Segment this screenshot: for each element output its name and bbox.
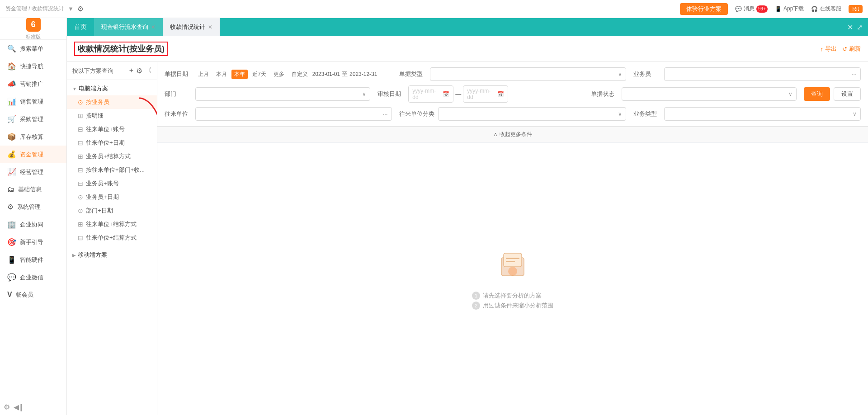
tab-maximize-icon[interactable]: ⤢: [857, 23, 863, 32]
filter-bill-date: 单据日期 上月 本月 本年 近7天 更多 自定义 20: [165, 70, 392, 79]
filter-audit-date-from[interactable]: yyyy-mm-dd 📅: [408, 85, 453, 103]
scheme-header-icons: + ⚙ 《: [129, 66, 151, 75]
sidebar-item-enterprise[interactable]: 🏢 企业协同: [0, 216, 66, 233]
scheme-gear-icon[interactable]: ⚙: [136, 66, 142, 75]
filter-partner-select[interactable]: ···: [195, 107, 392, 121]
sidebar-item-smart-hardware[interactable]: 📱 智能硬件: [0, 251, 66, 269]
sidebar-item-system[interactable]: ⚙ 系统管理: [0, 198, 66, 216]
scheme-item-unit-dept-recv[interactable]: ⊟ 按往来单位+部门+收...: [67, 163, 157, 177]
setting-button[interactable]: 设置: [834, 87, 861, 101]
filter-bill-status-select[interactable]: ∨: [622, 87, 797, 101]
date-btn-more[interactable]: 更多: [271, 70, 287, 79]
tab-home-label: 首页: [74, 23, 87, 31]
scheme-item-staff-settle[interactable]: ⊞ 业务员+结算方式: [67, 150, 157, 163]
scheme-item-label-10: 往来单位+结算方式: [86, 234, 137, 242]
scheme-item-label-1: 按明细: [86, 112, 104, 120]
logo-label: 标准版: [26, 33, 41, 40]
scheme-item-icon-6: ⊟: [78, 180, 83, 187]
filter-biz-type: 业务类型 ∨: [633, 107, 861, 121]
refresh-button[interactable]: ↺ 刷新: [842, 45, 861, 53]
filter-audit-date-to[interactable]: yyyy-mm-dd 📅: [463, 85, 508, 103]
date-btn-last-month[interactable]: 上月: [195, 70, 212, 79]
scheme-item-unit-settle1[interactable]: ⊞ 往来单位+结算方式: [67, 217, 157, 231]
collapse-sidebar-icon[interactable]: ◀‖: [14, 403, 23, 411]
date-btn-this-month[interactable]: 本月: [213, 70, 230, 79]
vip-icon: V: [7, 291, 12, 299]
trial-button[interactable]: 体验行业方案: [680, 3, 728, 15]
scheme-item-dept-date[interactable]: ⊙ 部门+日期: [67, 204, 157, 217]
scheme-item-label-6: 业务员+账号: [86, 179, 119, 188]
empty-state-icon: [495, 246, 531, 283]
sidebar-label-enterprise: 企业协同: [20, 221, 43, 229]
scheme-item-staff-date[interactable]: ⊙ 业务员+日期: [67, 190, 157, 204]
empty-tip-1: 请先选择要分析的方案: [483, 292, 542, 300]
scheme-group-desktop-header[interactable]: ▼ 电脑端方案: [67, 82, 157, 95]
date-btn-7days[interactable]: 近7天: [250, 70, 269, 79]
filter-dept-select[interactable]: ∨: [195, 87, 370, 101]
scheme-item-icon-1: ⊞: [78, 112, 83, 119]
service-icon: 🎧: [811, 6, 818, 12]
date-range-to: 2023-12-31: [349, 71, 377, 77]
sidebar-item-inventory[interactable]: 📦 库存核算: [0, 128, 66, 146]
sidebar-item-basic-info[interactable]: 🗂 基础信息: [0, 181, 66, 198]
scheme-item-by-staff[interactable]: ⊙ 按业务员: [67, 95, 157, 109]
sidebar-item-search-menu[interactable]: 🔍 搜索菜单: [0, 40, 66, 57]
sidebar-item-finance[interactable]: 💰 资金管理: [0, 146, 66, 163]
home-icon: 🏠: [7, 62, 16, 71]
sidebar-item-marketing[interactable]: 📣 营销推广: [0, 75, 66, 93]
filter-staff-label: 业务员: [633, 70, 660, 78]
scheme-item-label-2: 往来单位+账号: [86, 125, 125, 133]
filter-biz-type-select[interactable]: ∨: [664, 107, 861, 121]
user-avatar[interactable]: Rit: [849, 5, 863, 13]
gear-settings-icon[interactable]: ⚙: [77, 5, 84, 13]
filter-partner-category-select[interactable]: ∨: [438, 107, 627, 121]
settings-bottom-icon[interactable]: ⚙: [4, 403, 10, 411]
tab-bank-flow[interactable]: 现金银行流水查询 ✕: [94, 18, 163, 36]
scheme-add-icon[interactable]: +: [129, 66, 133, 75]
date-btn-this-year[interactable]: 本年: [231, 70, 248, 79]
tip-num-1: 1: [472, 292, 480, 300]
scheme-group-mobile-header[interactable]: ▶ 移动端方案: [67, 248, 157, 262]
sidebar-item-sales[interactable]: 📊 销售管理: [0, 93, 66, 110]
sidebar-label-hardware: 智能硬件: [20, 256, 43, 264]
collapse-more-btn[interactable]: ∧ 收起更多条件: [157, 127, 868, 142]
audit-from-placeholder: yyyy-mm-dd: [412, 88, 441, 100]
scheme-group-arrow: ▼: [72, 86, 77, 91]
tab-receipt-stat-close[interactable]: ✕: [208, 24, 212, 30]
operation-icon: 📈: [7, 168, 16, 176]
sidebar-item-operation[interactable]: 📈 经营管理: [0, 163, 66, 181]
scheme-item-unit-settle2[interactable]: ⊟ 往来单位+结算方式: [67, 231, 157, 245]
tab-close-all-icon[interactable]: ✕: [847, 23, 853, 32]
app-download-action[interactable]: 📱 App下载: [775, 5, 804, 13]
query-button[interactable]: 查询: [804, 87, 830, 101]
filter-staff-select[interactable]: ···: [664, 67, 861, 81]
page-title-bar: 收款情况统计(按业务员) ↑ 导出 ↺ 刷新: [67, 36, 868, 62]
scheme-collapse-icon[interactable]: 《: [145, 66, 151, 75]
message-action[interactable]: 💬 消息 99+: [735, 5, 768, 13]
date-btn-custom[interactable]: 自定义: [289, 70, 311, 79]
calendar-icon-from: 📅: [443, 91, 449, 97]
marketing-icon: 📣: [7, 80, 16, 88]
tab-bank-flow-close[interactable]: ✕: [151, 24, 156, 30]
filter-partner-label: 往来单位: [165, 110, 192, 118]
sidebar-item-guide[interactable]: 🎯 新手引导: [0, 233, 66, 251]
tab-home[interactable]: 首页: [67, 18, 94, 36]
scheme-item-icon-4: ⊞: [78, 153, 83, 160]
basic-info-icon: 🗂: [7, 185, 14, 193]
tab-receipt-stat[interactable]: 收款情况统计 ✕: [163, 18, 220, 36]
scheme-item-unit-account[interactable]: ⊟ 往来单位+账号: [67, 123, 157, 136]
dots-staff-icon: ···: [851, 71, 857, 78]
scheme-item-staff-account[interactable]: ⊟ 业务员+账号: [67, 177, 157, 190]
sidebar-item-wechat[interactable]: 💬 企业微信: [0, 269, 66, 286]
online-service-action[interactable]: 🎧 在线客服: [811, 5, 841, 13]
sidebar-item-quick-nav[interactable]: 🏠 快捷导航: [0, 57, 66, 75]
export-button[interactable]: ↑ 导出: [821, 45, 837, 53]
scheme-item-by-detail[interactable]: ⊞ 按明细: [67, 109, 157, 123]
sidebar-item-vip[interactable]: V 畅会员: [0, 286, 66, 303]
filter-bill-type-select[interactable]: ∨: [430, 67, 627, 81]
logo-icon: 6: [26, 18, 41, 32]
scheme-item-unit-date[interactable]: ⊟ 往来单位+日期: [67, 136, 157, 150]
sidebar-item-purchase[interactable]: 🛒 采购管理: [0, 110, 66, 128]
header-right: 体验行业方案 💬 消息 99+ 📱 App下载 🎧 在线客服 Rit: [680, 3, 863, 15]
scheme-item-icon-5: ⊟: [78, 166, 83, 174]
